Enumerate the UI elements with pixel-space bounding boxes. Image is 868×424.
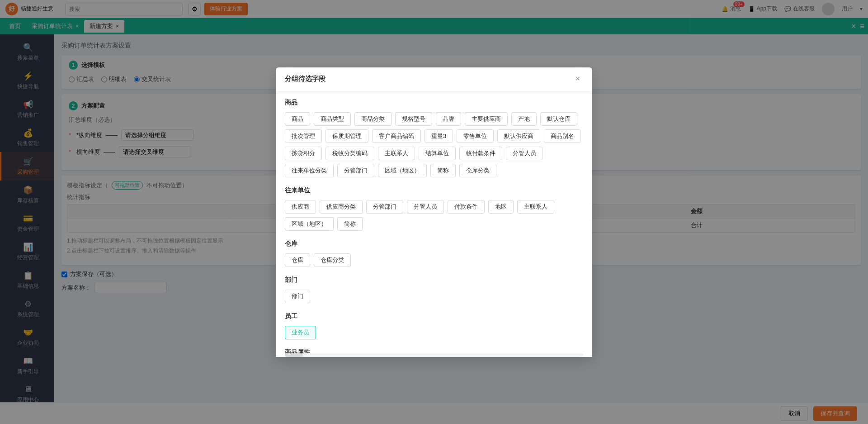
field-tag-supplier[interactable]: 供应商 — [285, 200, 316, 214]
field-tag-settlement-unit[interactable]: 结算单位 — [419, 147, 456, 160]
field-group-department: 部门 部门 — [285, 276, 583, 303]
modal-bottom-scroll[interactable] — [285, 353, 583, 357]
field-tag-customer-code[interactable]: 客户商品编码 — [372, 129, 421, 143]
field-tag-goods-category[interactable]: 商品分类 — [354, 112, 392, 126]
field-tag-tax-code[interactable]: 税收分类编码 — [326, 147, 374, 160]
field-tag-warehouse-category[interactable]: 仓库分类 — [459, 164, 496, 177]
field-tag-area[interactable]: 区域（地区） — [378, 164, 427, 177]
field-tag-brand[interactable]: 品牌 — [436, 112, 461, 126]
field-group-product-attr: 商品属性 属性 颜色 多规格 尺码 鞋码 1 — [285, 348, 583, 353]
field-tag-partner-dept[interactable]: 分管部门 — [366, 200, 403, 214]
modal-overlay[interactable]: 分组待选字段 × 商品 商品 商品类型 商品分类 规格型号 品牌 主要供应商 产… — [0, 0, 868, 424]
field-group-employee: 员工 业务员 — [285, 312, 583, 339]
field-tag-partner-contact[interactable]: 主联系人 — [517, 200, 554, 214]
modal-close-button[interactable]: × — [572, 74, 583, 85]
field-tag-region[interactable]: 地区 — [488, 200, 514, 214]
field-tag-goods-type[interactable]: 商品类型 — [314, 112, 351, 126]
field-tag-main-contact[interactable]: 主联系人 — [378, 147, 415, 160]
field-tags-partner: 供应商 供应商分类 分管部门 分管人员 付款条件 地区 主联系人 区域（地区） … — [285, 200, 583, 231]
field-tag-partner-short[interactable]: 简称 — [337, 217, 363, 231]
modal-bottom-thumb — [285, 353, 303, 357]
field-group-partner: 往来单位 供应商 供应商分类 分管部门 分管人员 付款条件 地区 主联系人 区域… — [285, 186, 583, 231]
field-tag-short-name[interactable]: 简称 — [430, 164, 456, 177]
field-tag-origin[interactable]: 产地 — [511, 112, 537, 126]
modal-footer — [276, 353, 592, 357]
field-tag-weight3[interactable]: 重量3 — [425, 129, 453, 143]
modal-header: 分组待选字段 × — [276, 67, 592, 91]
field-tag-from-unit-category[interactable]: 往来单位分类 — [285, 164, 334, 177]
field-group-warehouse: 仓库 仓库 仓库分类 — [285, 240, 583, 267]
field-tags-employee: 业务员 — [285, 326, 583, 339]
field-tag-wh-category[interactable]: 仓库分类 — [314, 253, 351, 267]
field-group-department-title: 部门 — [285, 276, 583, 284]
field-tag-manager[interactable]: 分管人员 — [506, 147, 543, 160]
field-group-product: 商品 商品 商品类型 商品分类 规格型号 品牌 主要供应商 产地 默认仓库 批次… — [285, 99, 583, 177]
field-group-partner-title: 往来单位 — [285, 186, 583, 195]
field-tag-batch-mgmt[interactable]: 批次管理 — [285, 129, 322, 143]
field-tag-spec-type[interactable]: 规格型号 — [395, 112, 432, 126]
field-group-product-attr-title: 商品属性 — [285, 348, 583, 353]
field-tag-payment-terms[interactable]: 收付款条件 — [459, 147, 502, 160]
field-tag-main-supplier[interactable]: 主要供应商 — [465, 112, 508, 126]
field-tag-dept[interactable]: 分管部门 — [337, 164, 374, 177]
field-group-warehouse-title: 仓库 — [285, 240, 583, 248]
modal-title: 分组待选字段 — [285, 75, 326, 83]
field-tag-wh[interactable]: 仓库 — [285, 253, 310, 267]
field-tag-partner-area[interactable]: 区域（地区） — [285, 217, 334, 231]
field-tag-default-supplier[interactable]: 默认供应商 — [497, 129, 540, 143]
field-tag-default-warehouse[interactable]: 默认仓库 — [540, 112, 577, 126]
field-tag-goods[interactable]: 商品 — [285, 112, 310, 126]
field-group-employee-title: 员工 — [285, 312, 583, 320]
field-tags-department: 部门 — [285, 290, 583, 303]
modal-body[interactable]: 商品 商品 商品类型 商品分类 规格型号 品牌 主要供应商 产地 默认仓库 批次… — [276, 91, 592, 353]
field-tag-supplier-category[interactable]: 供应商分类 — [320, 200, 363, 214]
field-tag-pay-terms[interactable]: 付款条件 — [448, 200, 485, 214]
field-group-product-title: 商品 — [285, 99, 583, 107]
field-tag-partner-manager[interactable]: 分管人员 — [407, 200, 444, 214]
field-tags-warehouse: 仓库 仓库分类 — [285, 253, 583, 267]
modal: 分组待选字段 × 商品 商品 商品类型 商品分类 规格型号 品牌 主要供应商 产… — [276, 67, 592, 357]
field-tag-pickup-points[interactable]: 拣货积分 — [285, 147, 322, 160]
field-tag-dep[interactable]: 部门 — [285, 290, 310, 303]
field-tags-product: 商品 商品类型 商品分类 规格型号 品牌 主要供应商 产地 默认仓库 批次管理 … — [285, 112, 583, 177]
field-tag-goods-alias[interactable]: 商品别名 — [544, 129, 581, 143]
field-tag-shelf-life[interactable]: 保质期管理 — [326, 129, 368, 143]
field-tag-salesman[interactable]: 业务员 — [285, 326, 316, 339]
field-tag-retail-unit[interactable]: 零售单位 — [457, 129, 494, 143]
